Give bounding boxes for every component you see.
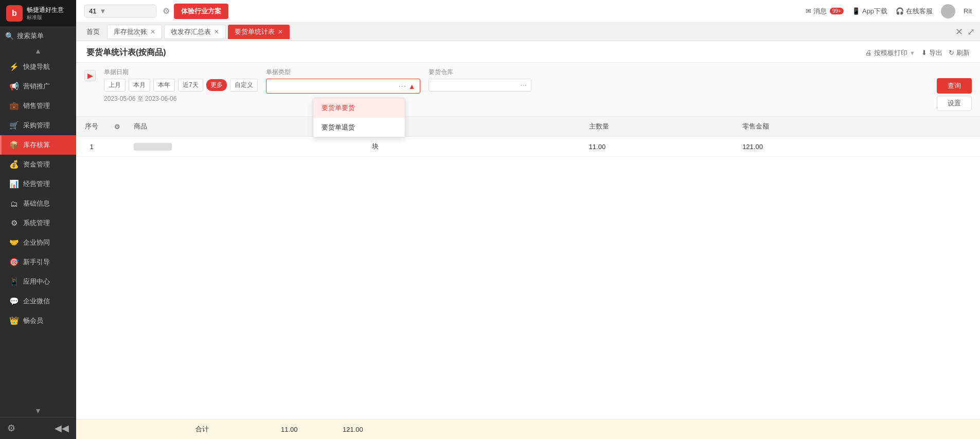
- tab-collection-summary[interactable]: 收发存汇总表 ✕: [164, 25, 226, 39]
- sidebar: b 畅捷通好生意 标准版 🔍 搜索菜单 ▲ ⚡ 快捷导航 📢 营销推广 💼 销售…: [0, 0, 76, 439]
- sidebar-scroll-down[interactable]: ▼: [0, 405, 76, 417]
- sidebar-collapse-icon[interactable]: ◀◀: [55, 423, 69, 434]
- tab-close-icon[interactable]: ✕: [150, 28, 155, 35]
- tab-label: 要货单统计表: [235, 27, 275, 36]
- tab-batch-account[interactable]: 库存批次账 ✕: [107, 25, 162, 39]
- sidebar-item-label: 采购管理: [23, 121, 50, 130]
- store-dropdown-icon: ▼: [99, 7, 106, 15]
- type-select-input[interactable]: [271, 82, 398, 90]
- type-select-more-icon[interactable]: ⋯: [398, 81, 406, 91]
- tab-maximize-icon[interactable]: ⤢: [967, 26, 975, 38]
- sidebar-scroll-up[interactable]: ▲: [0, 45, 76, 57]
- date-7-days-btn[interactable]: 近7天: [178, 79, 203, 92]
- tab-label: 收发存汇总表: [171, 27, 211, 36]
- store-number: 41: [89, 7, 96, 15]
- data-table: 序号 ⚙ 商品 主计量单位 主数量 零售金额 1 ████████: [76, 117, 980, 157]
- tab-home[interactable]: 首页: [81, 25, 105, 39]
- print-label: 按模板打印: [874, 48, 907, 58]
- date-custom-btn[interactable]: 自定义: [230, 79, 258, 92]
- query-button[interactable]: 查询: [937, 78, 972, 94]
- sidebar-item-vip[interactable]: 👑 畅会员: [0, 311, 76, 331]
- settings-button[interactable]: 设置: [937, 96, 972, 111]
- col-extra: [921, 117, 980, 137]
- sidebar-item-inventory[interactable]: 📦 库存核算: [0, 135, 76, 155]
- col-settings[interactable]: ⚙: [107, 117, 128, 137]
- type-select-chevron-up-icon[interactable]: ▲: [408, 82, 416, 90]
- app-logo-icon: b: [6, 5, 23, 22]
- warehouse-filter-group: 要货仓库 ⋯: [429, 68, 531, 92]
- sidebar-item-label: 快捷导航: [23, 62, 50, 71]
- filter-bar: ▶ 单据日期 上月 本月 本年 近7天 更多 自定义 2023-05-06 至 …: [76, 63, 980, 117]
- date-options-row: 上月 本月 本年 近7天 更多 自定义: [104, 79, 258, 92]
- store-selector[interactable]: 41 ▼: [84, 5, 156, 17]
- sidebar-item-label: 库存核算: [23, 140, 50, 150]
- sidebar-search-label: 搜索菜单: [17, 31, 44, 41]
- date-range-display: 2023-05-06 至 2023-06-06: [104, 95, 258, 103]
- export-button[interactable]: ⬇ 导出: [921, 48, 942, 58]
- date-filter-label: 单据日期: [104, 68, 258, 77]
- sidebar-item-finance[interactable]: 💰 资金管理: [0, 155, 76, 174]
- quick-nav-icon: ⚡: [9, 62, 19, 71]
- sidebar-item-basic[interactable]: 🗂 基础信息: [0, 194, 76, 213]
- sidebar-item-label: 系统管理: [23, 218, 50, 228]
- type-select-wrap[interactable]: ⋯ ▲: [266, 79, 420, 94]
- sales-icon: 💼: [9, 101, 19, 111]
- app-download-button[interactable]: 📱 App下载: [852, 7, 887, 16]
- tab-close-icon[interactable]: ✕: [214, 28, 219, 35]
- cell-qty: 11.00: [583, 137, 737, 157]
- print-button[interactable]: 🖨 按模板打印 ▼: [865, 48, 915, 58]
- sidebar-item-quick-nav[interactable]: ⚡ 快捷导航: [0, 57, 76, 77]
- username[interactable]: Rit: [964, 7, 972, 15]
- table-row: 1 ████████ 块 11.00 121.00: [76, 137, 980, 157]
- table-footer: 合计 11.00 121.00: [76, 419, 980, 439]
- online-service-button[interactable]: 🎧 在线客服: [896, 7, 933, 16]
- filter-actions: 查询 设置: [937, 78, 972, 111]
- user-avatar[interactable]: [941, 4, 955, 19]
- sidebar-item-label: 资金管理: [23, 160, 50, 169]
- operation-icon: 📊: [9, 179, 19, 189]
- sidebar-item-system[interactable]: ⚙ 系统管理: [0, 213, 76, 233]
- tab-close-all-icon[interactable]: ✕: [955, 26, 963, 38]
- sidebar-item-wechat[interactable]: 💬 企业微信: [0, 291, 76, 311]
- search-icon: 🔍: [5, 32, 14, 40]
- messages-badge: 99+: [830, 8, 844, 14]
- sidebar-item-purchase[interactable]: 🛒 采购管理: [0, 116, 76, 135]
- trial-button[interactable]: 体验行业方案: [174, 4, 228, 19]
- sidebar-item-collab[interactable]: 🤝 企业协同: [0, 233, 76, 252]
- main-area: 41 ▼ ⚙ 体验行业方案 ✉ 消息 99+ 📱 App下载 🎧 在线客服 Ri…: [76, 0, 980, 439]
- page-content: 要货单统计表(按商品) 🖨 按模板打印 ▼ ⬇ 导出 ↻ 刷新 ▶: [76, 41, 980, 439]
- cell-goods: ████████: [128, 137, 366, 157]
- dropdown-item-order-goods[interactable]: 要货单要货: [313, 98, 405, 118]
- sidebar-search[interactable]: 🔍 搜索菜单: [0, 27, 76, 45]
- sidebar-item-marketing[interactable]: 📢 营销推广: [0, 77, 76, 96]
- sidebar-item-apps[interactable]: 📱 应用中心: [0, 272, 76, 291]
- collab-icon: 🤝: [9, 238, 19, 247]
- topbar-settings-icon[interactable]: ⚙: [163, 6, 170, 16]
- cell-extra: [921, 137, 980, 157]
- tabs-bar: 首页 库存批次账 ✕ 收发存汇总表 ✕ 要货单统计表 ✕ ✕ ⤢: [76, 23, 980, 41]
- vip-icon: 👑: [9, 316, 19, 325]
- sidebar-item-label: 基础信息: [23, 199, 50, 208]
- messages-button[interactable]: ✉ 消息 99+: [806, 7, 844, 16]
- tab-close-icon[interactable]: ✕: [278, 28, 283, 35]
- date-more-btn[interactable]: 更多: [206, 79, 227, 91]
- sidebar-settings-icon[interactable]: ⚙: [7, 423, 15, 434]
- dropdown-item-order-return[interactable]: 要货单退货: [313, 118, 405, 137]
- sidebar-item-guide[interactable]: 🎯 新手引导: [0, 252, 76, 272]
- filter-expand-button[interactable]: ▶: [84, 70, 96, 81]
- goods-name-blurred: ████████: [134, 143, 172, 151]
- date-this-month-btn[interactable]: 本月: [129, 79, 150, 92]
- tab-order-stat[interactable]: 要货单统计表 ✕: [228, 25, 290, 39]
- wechat-icon: 💬: [9, 297, 19, 306]
- date-this-year-btn[interactable]: 本年: [153, 79, 175, 92]
- refresh-button[interactable]: ↻ 刷新: [949, 48, 970, 58]
- table-header-row: 序号 ⚙ 商品 主计量单位 主数量 零售金额: [76, 117, 980, 137]
- warehouse-select[interactable]: ⋯: [429, 79, 531, 92]
- col-amount: 零售金额: [736, 117, 921, 137]
- date-last-month-btn[interactable]: 上月: [104, 79, 126, 92]
- type-dropdown-menu: 要货单要货 要货单退货: [313, 98, 405, 138]
- sidebar-item-sales[interactable]: 💼 销售管理: [0, 96, 76, 116]
- print-icon: 🖨: [865, 49, 872, 57]
- inventory-icon: 📦: [9, 140, 19, 150]
- sidebar-item-operation[interactable]: 📊 经营管理: [0, 174, 76, 194]
